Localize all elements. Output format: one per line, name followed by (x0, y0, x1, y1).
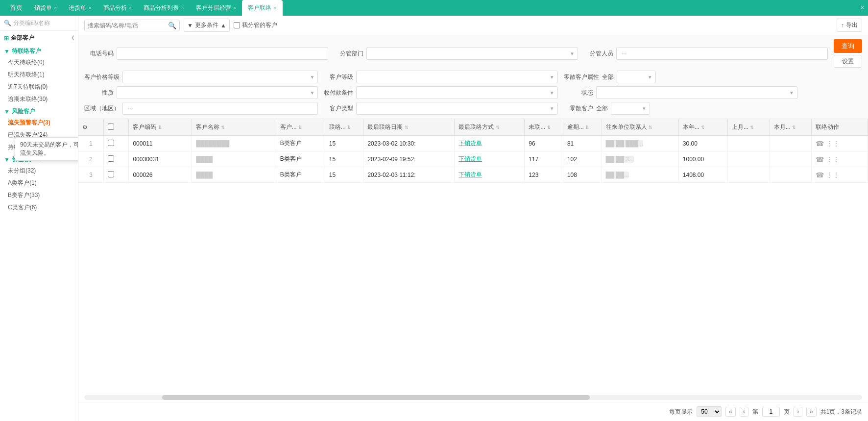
col-this-year[interactable]: 本年... ⇅ (678, 119, 727, 136)
col-contact[interactable]: 联络... ⇅ (325, 119, 363, 136)
filter-person-select[interactable]: ··· (616, 47, 828, 60)
sidebar-item-today[interactable]: 今天待联络(0) (0, 56, 78, 69)
more-conditions-button[interactable]: ▼ 更多条件 ▲ (184, 19, 230, 32)
filter-dept-select[interactable]: ▼ (366, 47, 578, 60)
filter-phone: 电话号码 (84, 47, 328, 60)
row-checkbox-3[interactable] (103, 167, 128, 183)
filter-retail-attr-label: 零散客户属性 (564, 73, 599, 81)
row-checkbox-1[interactable] (103, 136, 128, 151)
first-page-button[interactable]: « (725, 407, 736, 417)
filter-payment-label: 收付款条件 (324, 89, 353, 97)
filter-region-select[interactable]: ··· (122, 102, 318, 115)
filter-person-ellipsis[interactable]: ··· (620, 50, 628, 57)
col-last-month[interactable]: 上月... ⇅ (727, 119, 770, 136)
horizontal-scrollbar[interactable] (84, 395, 862, 400)
select-all-checkbox[interactable] (108, 124, 114, 130)
sidebar-group-risk[interactable]: ▼ 风险客户 (0, 105, 78, 117)
my-customers-checkbox-wrap[interactable]: 我分管的客户 (234, 21, 277, 29)
close-sales-tab[interactable]: × (54, 5, 57, 11)
nav-tab-sales[interactable]: 销货单 × (28, 0, 63, 16)
last-page-button[interactable]: » (806, 407, 817, 417)
filter-customer-level-select[interactable]: ▼ (356, 71, 557, 83)
search-button[interactable]: 🔍 (168, 22, 176, 29)
sidebar-group-pending[interactable]: ▼ 待联络客户 (0, 45, 78, 56)
action-more-1[interactable]: ⋮⋮ (826, 140, 840, 148)
col-last-contact-date[interactable]: 最后联络日期 ⇅ (363, 119, 455, 136)
sidebar-search-icon: 🔍 (4, 20, 11, 26)
action-contact-3[interactable]: ☎ (816, 171, 824, 179)
close-analysis-tab[interactable]: × (129, 5, 132, 11)
query-button[interactable]: 查询 (834, 39, 862, 53)
export-button[interactable]: ↑ 导出 (837, 19, 862, 32)
filter-retail-customer-select[interactable]: ▼ (611, 102, 650, 115)
scrollbar-thumb[interactable] (162, 395, 590, 400)
sidebar-item-tomorrow[interactable]: 明天待联络(1) (0, 69, 78, 81)
filter-customer-type-select[interactable]: ▼ (356, 102, 557, 115)
row-last-date-1: 2023-03-02 10:30: (363, 136, 455, 151)
col-last-contact-method[interactable]: 最后联络方式 ⇅ (455, 119, 525, 136)
action-more-3[interactable]: ⋮⋮ (826, 171, 840, 179)
filter-retail-attr-select[interactable]: ▼ (617, 71, 656, 83)
col-code[interactable]: 客户编码 ⇅ (129, 119, 192, 136)
nav-tab-analysis[interactable]: 商品分析 × (97, 0, 138, 16)
row-num-1: 1 (78, 136, 103, 151)
action-contact-1[interactable]: ☎ (816, 140, 824, 148)
col-uncontacted[interactable]: 未联... ⇅ (525, 119, 563, 136)
col-checkbox[interactable] (103, 119, 128, 136)
sidebar-item-a-class[interactable]: A类客户(1) (0, 177, 78, 189)
close-purchase-tab[interactable]: × (88, 5, 91, 11)
col-name[interactable]: 客户名称 ⇅ (192, 119, 276, 136)
nav-tab-purchase[interactable]: 进货单 × (63, 0, 97, 16)
close-analysis-list-tab[interactable]: × (181, 5, 184, 11)
row-checkbox-2[interactable] (103, 151, 128, 167)
col-contact-person[interactable]: 往来单位联系人 ⇅ (602, 119, 678, 136)
filter-phone-input[interactable] (117, 47, 328, 60)
action-more-2[interactable]: ⋮⋮ (826, 155, 840, 163)
page-label-after: 页 (784, 408, 790, 416)
filter-payment-select[interactable]: ▼ (356, 86, 557, 99)
filter-price-level-select[interactable]: ▼ (122, 71, 318, 83)
sidebar-item-churn-warning[interactable]: 流失预警客户(3) (0, 117, 78, 129)
row-this-year-1: 30.00 (678, 136, 727, 151)
top-nav-close-all[interactable]: × (861, 4, 864, 11)
filter-person-label: 分管人员 (584, 50, 613, 58)
sidebar-item-7days[interactable]: 近7天待联络(0) (0, 81, 78, 93)
filter-region-ellipsis[interactable]: ··· (126, 105, 135, 112)
search-input[interactable] (88, 22, 166, 29)
col-overdue[interactable]: 逾期... ⇅ (563, 119, 602, 136)
filter-payment: 收付款条件 ▼ (324, 86, 557, 99)
sidebar-item-ungrouped[interactable]: 未分组(32) (0, 165, 78, 177)
all-customers-header[interactable]: ⊞ 全部客户 《 (0, 31, 78, 45)
close-customer-contact-tab[interactable]: × (273, 5, 276, 11)
per-page-select[interactable]: 50 100 200 (697, 406, 722, 417)
row-last-method-1[interactable]: 下销货单 (455, 136, 525, 151)
row-last-method-3[interactable]: 下销货单 (455, 167, 525, 183)
col-type[interactable]: 客户... ⇅ (276, 119, 325, 136)
row-last-method-2[interactable]: 下销货单 (455, 151, 525, 167)
col-settings[interactable]: ⚙ (78, 119, 103, 136)
prev-page-button[interactable]: ‹ (740, 407, 748, 417)
close-customer-layer-tab[interactable]: × (233, 5, 236, 11)
filter-status-select[interactable]: ▼ (596, 86, 797, 99)
page-number-input[interactable] (762, 407, 780, 417)
next-page-button[interactable]: › (794, 407, 802, 417)
search-input-wrap: 🔍 (84, 20, 180, 31)
row-contact-person-1: ██ ██ ███... (602, 136, 678, 151)
table-header-row: ⚙ 客户编码 ⇅ 客户名称 ⇅ 客户... ⇅ 联络... ⇅ 最后联络日期 ⇅… (78, 119, 868, 136)
nav-home[interactable]: 首页 (4, 0, 28, 16)
sidebar-item-b-class[interactable]: B类客户(33) (0, 189, 78, 201)
sidebar-item-c-class[interactable]: C类客户(6) (0, 201, 78, 214)
col-this-month[interactable]: 本月... ⇅ (770, 119, 812, 136)
my-customers-checkbox[interactable] (234, 22, 240, 28)
nav-tab-analysis-list[interactable]: 商品分析列表 × (138, 0, 190, 16)
nav-tab-customer-layer[interactable]: 客户分层经营 × (190, 0, 242, 16)
sidebar-item-overdue[interactable]: 逾期未联络(30) (0, 93, 78, 105)
filter-nature-select[interactable]: ▼ (117, 86, 318, 99)
action-contact-2[interactable]: ☎ (816, 155, 824, 163)
settings-button[interactable]: 设置 (834, 55, 862, 68)
sidebar-collapse-btn[interactable]: 《 (69, 35, 74, 42)
filter-person: 分管人员 ··· (584, 47, 828, 60)
sidebar-search-input[interactable] (13, 20, 78, 26)
table-row: 1 000011 ████████ B类客户 15 2023-03-02 10:… (78, 136, 868, 151)
nav-tab-customer-contact[interactable]: 客户联络 × (242, 0, 282, 16)
